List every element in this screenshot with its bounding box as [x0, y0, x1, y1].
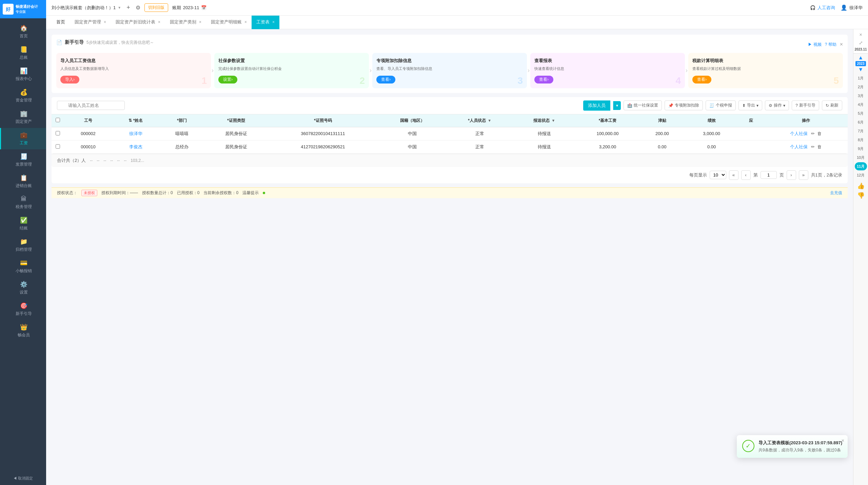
- step-1-button[interactable]: 导入›: [60, 76, 79, 83]
- tab-fixed-assets-detail[interactable]: 固定资产明细账 ×: [206, 16, 252, 29]
- tax-filing-button[interactable]: 🧾 个税申报: [706, 100, 736, 110]
- month-item-jan[interactable]: 1月: [855, 74, 867, 82]
- page-number-input[interactable]: [761, 171, 777, 179]
- action-label[interactable]: 个人社保: [790, 131, 808, 136]
- tab-close-icon[interactable]: ×: [272, 20, 275, 24]
- special-deduction-button[interactable]: 📌 专项附加扣除: [665, 100, 703, 110]
- sidebar-item-report[interactable]: 📊 报表中心: [0, 64, 46, 85]
- first-page-button[interactable]: «: [729, 170, 738, 180]
- sidebar-item-tax[interactable]: 🏛 税务管理: [0, 192, 46, 213]
- next-page-button[interactable]: ›: [787, 170, 796, 180]
- panel-expand-button[interactable]: ⤢: [858, 39, 864, 46]
- social-insurance-button[interactable]: 🏥 统一社保设置: [624, 100, 662, 110]
- sidebar-item-general-ledger[interactable]: 📒 总账: [0, 42, 46, 64]
- tab-close-icon[interactable]: ×: [244, 20, 247, 24]
- toast-close-button[interactable]: ×: [842, 438, 844, 443]
- guide-close-button[interactable]: ×: [840, 41, 843, 48]
- delete-icon[interactable]: 🗑: [817, 131, 822, 136]
- step-4-button[interactable]: 查看›: [534, 76, 553, 83]
- recharge-link[interactable]: 去充值: [830, 190, 842, 196]
- tab-fixed-assets-mgmt[interactable]: 固定资产管理 ×: [70, 16, 111, 29]
- sidebar-item-member[interactable]: 👑 畅会员: [0, 320, 46, 341]
- tab-close-icon[interactable]: ×: [104, 20, 106, 24]
- employee-name-cell[interactable]: 徐泽华: [112, 127, 159, 140]
- edit-icon[interactable]: ✏: [811, 131, 815, 136]
- last-page-button[interactable]: »: [799, 170, 808, 180]
- sort-icon[interactable]: ⇅: [129, 118, 132, 123]
- guide-help-link[interactable]: ? 帮助: [825, 42, 836, 48]
- sidebar-item-fixed-assets[interactable]: 🏢 固定资产: [0, 107, 46, 128]
- tab-payroll[interactable]: 工资表 ×: [252, 16, 279, 29]
- action-label[interactable]: 个人社保: [790, 144, 808, 149]
- footer-total: 合计共（2）人: [57, 157, 86, 164]
- search-input[interactable]: [57, 101, 125, 110]
- select-all-checkbox[interactable]: [56, 118, 60, 122]
- month-item-apr[interactable]: 4月: [855, 100, 867, 109]
- select-all-header[interactable]: [52, 114, 64, 127]
- tab-close-icon[interactable]: ×: [158, 20, 160, 24]
- report-status-filter-icon[interactable]: ▼: [552, 118, 555, 123]
- tab-fixed-assets-category[interactable]: 固定资产类别 ×: [165, 16, 206, 29]
- account-selector[interactable]: 刘小艳演示账套（勿删勿动！）1 ▼: [52, 5, 121, 11]
- settings-gear-icon[interactable]: ⚙: [136, 4, 140, 11]
- sidebar-item-settings[interactable]: ⚙️ 设置: [0, 277, 46, 299]
- sidebar-item-invoice[interactable]: 🧾 发票管理: [0, 149, 46, 171]
- add-account-button[interactable]: +: [125, 3, 132, 13]
- user-name: 徐泽华: [849, 5, 863, 11]
- panel-close-button[interactable]: ×: [859, 31, 863, 38]
- month-item-dec[interactable]: 12月: [855, 171, 867, 179]
- month-item-aug[interactable]: 8月: [855, 136, 867, 144]
- calendar-icon[interactable]: 📅: [201, 5, 206, 10]
- month-item-jul[interactable]: 7月: [855, 127, 867, 135]
- action-cell[interactable]: 个人社保 ✏ 🗑: [764, 140, 848, 153]
- refresh-button[interactable]: ↻ 刷新: [822, 100, 842, 110]
- sidebar-item-payroll[interactable]: 💼 工资: [0, 128, 46, 149]
- month-item-mar[interactable]: 3月: [855, 92, 867, 100]
- row-checkbox[interactable]: [56, 131, 60, 135]
- sidebar-item-guide[interactable]: 🎯 新手引导: [0, 299, 46, 320]
- add-person-button[interactable]: 添加人员: [583, 100, 610, 111]
- action-cell[interactable]: 个人社保 ✏ 🗑: [764, 127, 848, 140]
- sidebar-item-archive[interactable]: 📁 归档管理: [0, 235, 46, 256]
- month-item-sep[interactable]: 9月: [855, 145, 867, 153]
- row-checkbox-cell[interactable]: [52, 140, 64, 153]
- thumbs-up-icon[interactable]: 👍: [857, 182, 865, 190]
- tab-fixed-assets-depreciation[interactable]: 固定资产折旧统计表 ×: [111, 16, 165, 29]
- month-item-feb[interactable]: 2月: [855, 83, 867, 91]
- month-item-nov-active[interactable]: 11月: [855, 162, 867, 170]
- sidebar-item-expense[interactable]: 💳 小畅报销: [0, 256, 46, 277]
- export-button[interactable]: ⬆ 导出 ▾: [738, 100, 762, 110]
- guide-btn[interactable]: ? 新手引导: [792, 100, 819, 110]
- month-item-may[interactable]: 5月: [855, 109, 867, 117]
- per-page-select[interactable]: 10 20 50: [710, 171, 726, 179]
- user-menu[interactable]: 👤 徐泽华: [841, 4, 863, 11]
- step-5-button[interactable]: 查看›: [692, 76, 711, 83]
- prev-year-button[interactable]: ▲: [858, 55, 864, 60]
- operate-button[interactable]: ⚙ 操作 ▾: [765, 100, 789, 110]
- row-checkbox[interactable]: [56, 144, 60, 149]
- step-3-button[interactable]: 查看›: [376, 76, 395, 83]
- employee-name-cell[interactable]: 李俊杰: [112, 140, 159, 153]
- thumbs-down-icon[interactable]: 👎: [857, 192, 865, 199]
- status-filter-icon[interactable]: ▼: [488, 118, 491, 123]
- guide-video-link[interactable]: ▶ 视频: [808, 42, 821, 48]
- sidebar-item-home[interactable]: 🏠 首页: [0, 21, 46, 42]
- add-person-dropdown-button[interactable]: ▾: [613, 101, 621, 110]
- delete-icon[interactable]: 🗑: [817, 144, 822, 149]
- prev-page-button[interactable]: ‹: [741, 170, 751, 180]
- edit-icon[interactable]: ✏: [811, 144, 815, 149]
- sidebar-item-finance[interactable]: 💰 资金管理: [0, 85, 46, 107]
- sidebar-item-purchase-sale[interactable]: 📋 进销台账: [0, 171, 46, 192]
- step-2-button[interactable]: 设置›: [218, 76, 237, 83]
- switch-old-version-button[interactable]: 切到旧版: [144, 3, 168, 12]
- tab-close-icon[interactable]: ×: [199, 20, 201, 24]
- month-item-jun[interactable]: 6月: [855, 118, 867, 126]
- sidebar-bottom-toggle[interactable]: ◀ 取消固定: [0, 472, 46, 485]
- row-checkbox-cell[interactable]: [52, 127, 64, 140]
- next-year-button[interactable]: ▼: [858, 67, 864, 72]
- tab-home[interactable]: 首页: [52, 16, 70, 29]
- ai-consult-button[interactable]: 🎧 人工咨询: [810, 5, 835, 11]
- sidebar-item-closing[interactable]: ✅ 结账: [0, 213, 46, 235]
- employee-id-cell: 000010: [64, 140, 112, 153]
- month-item-oct[interactable]: 10月: [855, 153, 867, 162]
